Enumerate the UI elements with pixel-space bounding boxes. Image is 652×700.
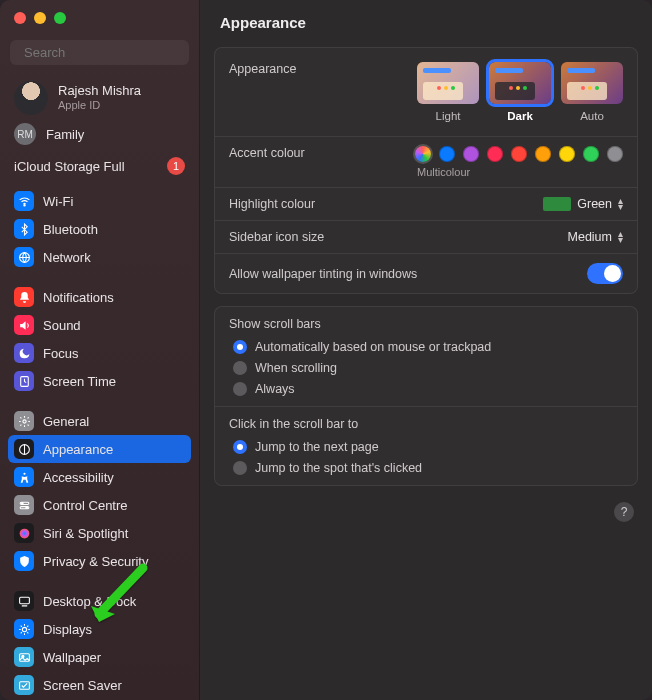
appearance-thumb-icon: [417, 62, 479, 104]
svg-point-7: [23, 472, 25, 474]
accent-swatch[interactable]: [559, 146, 575, 162]
sidebar-item-desktopdock[interactable]: Desktop & Dock: [8, 587, 191, 615]
sidebar-item-label: Bluetooth: [43, 222, 98, 237]
appearance-option-auto[interactable]: Auto: [561, 62, 623, 122]
accent-swatch[interactable]: [607, 146, 623, 162]
family-account[interactable]: RM Family: [10, 119, 189, 149]
sidebar-item-wallpaper[interactable]: Wallpaper: [8, 643, 191, 671]
screensaver-icon: [14, 675, 34, 695]
sidebar-item-focus[interactable]: Focus: [8, 339, 191, 367]
icloud-storage-row[interactable]: iCloud Storage Full 1: [0, 155, 199, 185]
sidebar-item-controlcentre[interactable]: Control Centre: [8, 491, 191, 519]
scrollbars-group: Show scroll barsAutomatically based on m…: [215, 307, 637, 406]
svg-point-12: [19, 528, 29, 538]
sidebarsize-label: Sidebar icon size: [229, 230, 568, 244]
search-input[interactable]: [24, 45, 192, 60]
scrollbars-option[interactable]: Automatically based on mouse or trackpad: [229, 340, 623, 354]
appearance-label: Appearance: [229, 62, 417, 76]
sidebar-item-screentime[interactable]: Screen Time: [8, 367, 191, 395]
svg-point-5: [22, 419, 25, 422]
help-area: ?: [200, 492, 652, 532]
sidebar-item-network[interactable]: Network: [8, 243, 191, 271]
sidebar-item-label: General: [43, 414, 89, 429]
network-icon: [14, 247, 34, 267]
sidebar-item-general[interactable]: General: [8, 407, 191, 435]
scrollbars-option[interactable]: When scrolling: [229, 361, 623, 375]
accessibility-icon: [14, 467, 34, 487]
general-icon: [14, 411, 34, 431]
desktopdock-icon: [14, 591, 34, 611]
sidebar-item-label: Screen Saver: [43, 678, 122, 693]
sidebar-item-label: Appearance: [43, 442, 113, 457]
bluetooth-icon: [14, 219, 34, 239]
sidebar-item-label: Screen Time: [43, 374, 116, 389]
help-button[interactable]: ?: [614, 502, 634, 522]
accent-swatch[interactable]: [535, 146, 551, 162]
sidebarsize-picker[interactable]: Medium ▴▾: [568, 230, 623, 244]
sidebar-item-label: Sound: [43, 318, 81, 333]
sidebar-item-label: Desktop & Dock: [43, 594, 136, 609]
accent-swatch[interactable]: [463, 146, 479, 162]
close-icon[interactable]: [14, 12, 26, 24]
sidebar-item-wifi[interactable]: Wi-Fi: [8, 187, 191, 215]
radio-label: When scrolling: [255, 361, 337, 375]
scrollbars-option[interactable]: Always: [229, 382, 623, 396]
page-header: Appearance: [200, 0, 652, 41]
accounts-section: Rajesh Mishra Apple ID RM Family: [0, 75, 199, 155]
sidebar-item-screensaver[interactable]: Screen Saver: [8, 671, 191, 699]
sidebar-group-display: Desktop & DockDisplaysWallpaperScreen Sa…: [0, 585, 199, 700]
scrollbars-label: Show scroll bars: [229, 317, 623, 331]
sidebar-item-label: Displays: [43, 622, 92, 637]
zoom-icon[interactable]: [54, 12, 66, 24]
displays-icon: [14, 619, 34, 639]
appearance-caption: Light: [436, 110, 461, 122]
minimize-icon[interactable]: [34, 12, 46, 24]
sidebar-item-privacy[interactable]: Privacy & Security: [8, 547, 191, 575]
sidebar-item-label: Network: [43, 250, 91, 265]
accent-swatch[interactable]: [439, 146, 455, 162]
radio-icon: [233, 361, 247, 375]
appearance-caption: Dark: [507, 110, 533, 122]
scroll-panel: Show scroll barsAutomatically based on m…: [214, 306, 638, 486]
clickbar-option[interactable]: Jump to the spot that's clicked: [229, 461, 623, 475]
account-sub: Apple ID: [58, 99, 141, 112]
apple-id-account[interactable]: Rajesh Mishra Apple ID: [10, 77, 189, 119]
focus-icon: [14, 343, 34, 363]
radio-icon: [233, 340, 247, 354]
window-controls: [0, 0, 199, 36]
highlight-picker[interactable]: Green ▴▾: [543, 197, 623, 211]
sidebar-item-sound[interactable]: Sound: [8, 311, 191, 339]
tinting-row: Allow wallpaper tinting in windows: [215, 253, 637, 293]
chevron-updown-icon: ▴▾: [618, 198, 623, 210]
avatar: [14, 81, 48, 115]
sidebar-item-label: Wi-Fi: [43, 194, 73, 209]
sidebar-item-label: Accessibility: [43, 470, 114, 485]
clickbar-option[interactable]: Jump to the next page: [229, 440, 623, 454]
accent-swatch[interactable]: [415, 146, 431, 162]
appearance-option-light[interactable]: Light: [417, 62, 479, 122]
search-field[interactable]: [10, 40, 189, 65]
sidebar-item-displays[interactable]: Displays: [8, 615, 191, 643]
sidebar-group-network: Wi-FiBluetoothNetwork: [0, 185, 199, 281]
sidebar-item-accessibility[interactable]: Accessibility: [8, 463, 191, 491]
sidebar-item-notifications[interactable]: Notifications: [8, 283, 191, 311]
sidebar-item-label: Notifications: [43, 290, 114, 305]
tinting-toggle[interactable]: [587, 263, 623, 284]
sidebar-item-appearance[interactable]: Appearance: [8, 435, 191, 463]
accent-swatch[interactable]: [583, 146, 599, 162]
sidebar-item-bluetooth[interactable]: Bluetooth: [8, 215, 191, 243]
appearance-option-dark[interactable]: Dark: [489, 62, 551, 122]
sound-icon: [14, 315, 34, 335]
sidebar-item-siri[interactable]: Siri & Spotlight: [8, 519, 191, 547]
accent-swatch[interactable]: [487, 146, 503, 162]
sidebarsize-value: Medium: [568, 230, 612, 244]
appearance-row: Appearance LightDarkAuto: [215, 48, 637, 136]
storage-badge: 1: [167, 157, 185, 175]
notifications-icon: [14, 287, 34, 307]
accent-swatch[interactable]: [511, 146, 527, 162]
appearance-caption: Auto: [580, 110, 604, 122]
account-name: Rajesh Mishra: [58, 84, 141, 99]
accent-swatches: Multicolour: [415, 146, 623, 178]
accent-row: Accent colour Multicolour: [215, 136, 637, 187]
chevron-updown-icon: ▴▾: [618, 231, 623, 243]
